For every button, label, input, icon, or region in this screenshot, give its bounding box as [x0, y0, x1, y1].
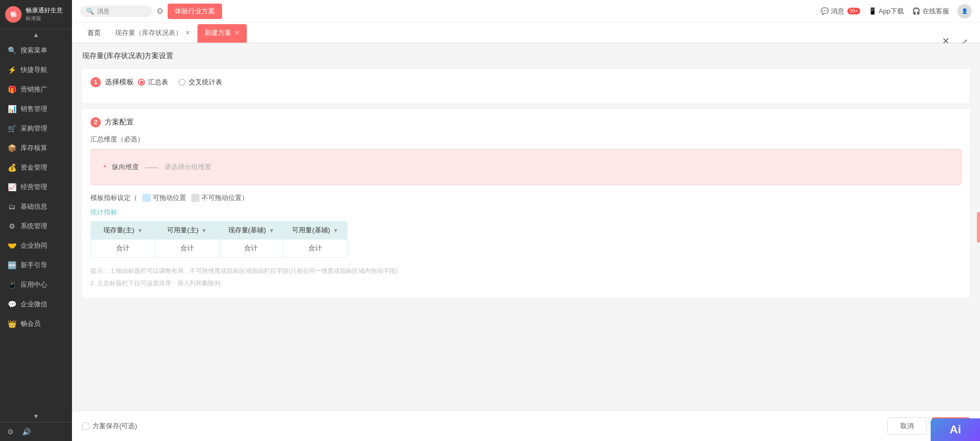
trend-icon: 📈 — [7, 182, 16, 192]
immovable-indicator: 不可拖动位置） — [191, 193, 248, 203]
sidebar-item-label: 新手引导 — [21, 261, 47, 270]
sidebar-scroll-up[interactable]: ▲ — [0, 29, 72, 41]
sidebar-item-quicknav[interactable]: ⚡ 快捷导航 — [0, 60, 72, 80]
customer-service-label: 在线客服 — [922, 7, 949, 16]
stat-header-0[interactable]: 现存量(主) ▼ — [91, 222, 155, 240]
stat-header-3[interactable]: 可用量(基辅) ▼ — [283, 222, 347, 240]
bottom-bar: 方案保存(可选) 取消 查询 — [72, 411, 980, 441]
app-version: 标准版 — [26, 15, 63, 22]
sidebar-item-onboarding[interactable]: 🆕 新手引导 — [0, 255, 72, 275]
indicator-label-row: 模板指标设定（ 可拖动位置 不可拖动位置） — [90, 193, 961, 203]
main-area: 🔍 ⚙ 体验行业方案 💬 消息 99+ 📱 App下载 🎧 在线客服 👤 — [72, 0, 980, 441]
radio-crosstab-circle — [178, 79, 186, 86]
sidebar-item-label: 库存核算 — [21, 143, 47, 153]
save-label: 方案保存(可选) — [93, 421, 137, 431]
sidebar-item-sales[interactable]: 📊 销售管理 — [0, 99, 72, 119]
save-checkbox[interactable] — [82, 422, 89, 430]
stat-col-2: 现存量(基辅) ▼ 合计 — [220, 222, 284, 257]
wechat-icon: 💬 — [7, 300, 16, 309]
sidebar-logo: 畅 畅康通好生意 标准版 — [0, 0, 72, 29]
search-icon: 🔍 — [86, 8, 94, 15]
sidebar-item-system[interactable]: ⚙ 系统管理 — [0, 216, 72, 236]
stat-header-label-3: 可用量(基辅) — [292, 226, 330, 235]
audio-icon[interactable]: 🔊 — [22, 428, 31, 436]
gear-button[interactable]: ⚙ — [156, 6, 164, 16]
sidebar-item-wechat[interactable]: 💬 企业微信 — [0, 295, 72, 314]
sidebar-item-basic-info[interactable]: 🗂 基础信息 — [0, 197, 72, 216]
user-avatar[interactable]: 👤 — [957, 4, 972, 19]
topbar: 🔍 ⚙ 体验行业方案 💬 消息 99+ 📱 App下载 🎧 在线客服 👤 — [72, 0, 980, 23]
stat-body-0: 合计 — [91, 240, 155, 257]
stat-col-1: 可用量(主) ▼ 合计 — [155, 222, 220, 257]
stat-header-1[interactable]: 可用量(主) ▼ — [155, 222, 219, 240]
phone-icon: 📱 — [868, 7, 877, 15]
dim-dash: —— — [145, 163, 158, 171]
sidebar-item-marketing[interactable]: 🎁 营销推广 — [0, 80, 72, 99]
stat-section-title: 统计指标 — [90, 208, 961, 217]
section1-header: 1 选择模板 汇总表 交叉统计表 — [90, 77, 961, 87]
trial-button[interactable]: 体验行业方案 — [168, 4, 222, 19]
topbar-left: 🔍 ⚙ 体验行业方案 — [80, 4, 814, 19]
radio-summary[interactable]: 汇总表 — [138, 78, 168, 87]
chevron-down-icon-0: ▼ — [137, 228, 142, 233]
sidebar-item-inventory[interactable]: 📦 库存核算 — [0, 138, 72, 158]
customer-service-btn[interactable]: 🎧 在线客服 — [912, 7, 949, 16]
movable-label: 可拖动位置 — [153, 193, 186, 203]
app-download-label: App下载 — [879, 7, 904, 16]
sidebar-item-membership[interactable]: 👑 畅会员 — [0, 314, 72, 334]
sidebar-item-label: 基础信息 — [21, 202, 47, 211]
sidebar-item-collab[interactable]: 🤝 企业协同 — [0, 236, 72, 255]
app-download-btn[interactable]: 📱 App下载 — [868, 7, 904, 16]
tab-new-scheme-label: 新建方案 — [205, 28, 231, 38]
tab-inventory[interactable]: 现存量（库存状况表） ✕ — [108, 24, 197, 43]
step1-title: 选择模板 — [105, 78, 134, 87]
ai-badge[interactable]: Ai — [931, 418, 980, 441]
stat-header-2[interactable]: 现存量(基辅) ▼ — [220, 222, 283, 240]
tab-close-active-icon[interactable]: ✕ — [234, 29, 240, 36]
sidebar-item-finance[interactable]: 💰 资金管理 — [0, 158, 72, 177]
radio-summary-circle — [138, 79, 145, 86]
immovable-box — [191, 194, 199, 202]
tabs-bar: 首页 现存量（库存状况表） ✕ 新建方案 ✕ ✕ ⤢ — [72, 23, 980, 43]
messages-btn[interactable]: 💬 消息 99+ — [821, 7, 860, 16]
dim-placeholder: 请选择分组维度 — [165, 162, 211, 172]
sidebar-item-purchase[interactable]: 🛒 采购管理 — [0, 119, 72, 138]
radio-summary-label: 汇总表 — [148, 78, 168, 87]
sidebar-scroll-down[interactable]: ▼ — [0, 411, 72, 422]
radio-crosstab[interactable]: 交叉统计表 — [178, 78, 222, 87]
cart-icon: 🛒 — [7, 124, 16, 133]
tip-line-1: 2. 点击标题栏下拉可设置排序、插入列和删除列 — [90, 277, 961, 289]
mobile-icon: 📱 — [7, 280, 16, 289]
search-icon: 🔍 — [7, 46, 16, 55]
message-icon: 💬 — [821, 7, 829, 15]
stat-header-label-0: 现存量(主) — [103, 226, 135, 235]
tab-new-scheme[interactable]: 新建方案 ✕ — [197, 24, 247, 43]
step1-badge: 1 — [90, 77, 101, 87]
settings-icon[interactable]: ⚙ — [7, 428, 14, 436]
sidebar-item-operations[interactable]: 📈 经营管理 — [0, 177, 72, 197]
cancel-button[interactable]: 取消 — [887, 417, 927, 435]
crown-icon: 👑 — [7, 319, 16, 328]
logo-icon: 畅 — [5, 6, 22, 23]
tab-inventory-label: 现存量（库存状况表） — [115, 28, 182, 38]
sidebar-item-label: 资金管理 — [21, 163, 47, 172]
content-inner: 现存量(库存状况表)方案设置 1 选择模板 汇总表 — [72, 43, 980, 312]
sidebar-item-search[interactable]: 🔍 搜索菜单 — [0, 41, 72, 60]
stat-header-label-2: 现存量(基辅) — [228, 226, 266, 235]
section-template: 1 选择模板 汇总表 交叉统计表 — [82, 69, 970, 103]
handshake-icon: 🤝 — [7, 241, 16, 250]
sidebar-item-appcenter[interactable]: 📱 应用中心 — [0, 275, 72, 295]
headset-icon: 🎧 — [912, 7, 920, 15]
dim-pink-box[interactable]: * 纵向维度 —— 请选择分组维度 — [90, 149, 961, 185]
sidebar-item-label: 畅会员 — [21, 319, 41, 328]
search-box[interactable]: 🔍 — [80, 6, 152, 17]
topbar-right: 💬 消息 99+ 📱 App下载 🎧 在线客服 👤 — [821, 4, 972, 19]
tab-close-icon[interactable]: ✕ — [185, 29, 190, 36]
content-area: 现存量(库存状况表)方案设置 1 选择模板 汇总表 — [72, 43, 980, 411]
scroll-indicator — [977, 212, 980, 243]
tab-home[interactable]: 首页 — [80, 24, 108, 43]
template-radio-group: 汇总表 交叉统计表 — [138, 78, 222, 87]
search-input[interactable] — [97, 8, 143, 15]
dim-label: 汇总维度（必选） — [90, 135, 961, 144]
sidebar-nav: 🔍 搜索菜单 ⚡ 快捷导航 🎁 营销推广 📊 销售管理 🛒 采购管理 📦 库存核… — [0, 41, 72, 411]
